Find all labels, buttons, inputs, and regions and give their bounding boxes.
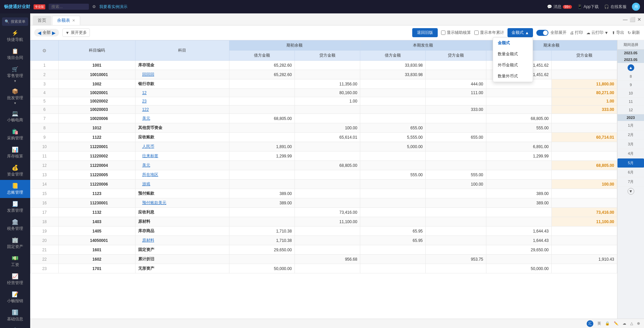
tab-balance-sheet[interactable]: 余额表 ✕: [52, 16, 80, 25]
user-avatar[interactable]: 用: [632, 3, 640, 11]
tab-close-btn[interactable]: ✕: [637, 17, 641, 22]
security-btn[interactable]: 🔒: [605, 321, 610, 326]
account-name-link[interactable]: 原材料: [142, 238, 154, 243]
tab-maximize-btn[interactable]: ⬜: [630, 17, 635, 22]
lang-btn[interactable]: 英: [597, 321, 601, 326]
account-code[interactable]: 11220006: [59, 180, 135, 189]
account-name-link[interactable]: 23: [142, 99, 147, 104]
expand-more-btn[interactable]: ▼ 展开更多: [62, 28, 90, 37]
period-month-1[interactable]: 1月: [618, 121, 644, 130]
format-option-amount[interactable]: 金额式: [493, 38, 533, 49]
account-name-link[interactable]: 人民币: [142, 144, 154, 149]
period-month-10[interactable]: 10: [618, 89, 644, 97]
account-name-cell: 应收利息: [135, 208, 229, 217]
period-up-btn[interactable]: ▲: [628, 64, 634, 71]
account-name-link[interactable]: 预付账款美元: [142, 200, 166, 205]
sidebar-item-invoice[interactable]: 🧾 发票管理: [0, 198, 30, 216]
period-month-3[interactable]: 3月: [618, 140, 644, 149]
account-name-link[interactable]: 美元: [142, 163, 150, 168]
aux-checkbox[interactable]: [441, 30, 445, 35]
account-code[interactable]: 11220002: [59, 151, 135, 161]
format-option-foreign-amount[interactable]: 外币金额式: [493, 60, 533, 71]
period-down-btn[interactable]: ▼: [628, 188, 634, 195]
period-month-12[interactable]: 12: [618, 106, 644, 114]
cloud-print-btn[interactable]: ☁ 云打印 ▼: [586, 30, 608, 36]
period-month-7[interactable]: 7月: [618, 177, 644, 187]
account-code[interactable]: 11220004: [59, 161, 135, 170]
purchase-icon: 🛍️: [12, 128, 18, 135]
close-tab-icon[interactable]: ✕: [72, 18, 75, 23]
row-number: 4: [31, 89, 59, 97]
print-btn[interactable]: 🖨 打印: [570, 30, 583, 36]
account-name-link[interactable]: 122: [142, 107, 149, 112]
account-name-link[interactable]: 往来标签: [142, 153, 158, 158]
cloud-btn[interactable]: ☁: [623, 321, 626, 326]
edit-btn[interactable]: ✏️: [614, 321, 619, 326]
account-name-link[interactable]: 所在地区: [142, 172, 158, 177]
sidebar-search-btn[interactable]: 🔍 搜索菜单: [2, 17, 28, 26]
account-code[interactable]: 10020002: [59, 97, 135, 106]
sidebar-item-retail[interactable]: 🛒 零售管理 ▼: [0, 63, 30, 85]
format-dropdown-btn[interactable]: 金额式 ▲: [507, 28, 533, 37]
status-circle[interactable]: 汇: [587, 320, 593, 327]
account-code[interactable]: 14050001: [59, 236, 135, 245]
account-code[interactable]: 11220001: [59, 142, 135, 151]
sidebar-item-quick-nav[interactable]: ⚡ 快捷导航: [0, 27, 30, 45]
sidebar-item-salary[interactable]: 💵 工资: [0, 252, 30, 270]
return-old-btn[interactable]: 退回旧版: [412, 28, 438, 37]
account-name-link[interactable]: 美元: [142, 116, 150, 121]
account-code[interactable]: 10020001: [59, 89, 135, 97]
account-name-link[interactable]: 回回回: [142, 72, 154, 77]
refresh-btn[interactable]: ↻ 刷新: [628, 30, 640, 36]
period-month-5[interactable]: 5月: [618, 158, 644, 168]
period-month-2[interactable]: 2月: [618, 130, 644, 140]
sidebar-item-basic-info[interactable]: ℹ️ 基础信息: [0, 307, 30, 325]
sidebar-item-ecommerce[interactable]: 💻 小畅电商: [0, 108, 30, 126]
sidebar-item-ledger[interactable]: 📒 总账管理: [0, 180, 30, 198]
demo-link[interactable]: 我要看实例演示: [99, 4, 127, 10]
message-btn[interactable]: 💬 消息 99+: [547, 4, 572, 10]
period-month-6[interactable]: 6月: [618, 168, 644, 177]
show-aux-check[interactable]: 显示辅助核算: [441, 30, 471, 36]
sidebar-item-project[interactable]: 📋 项目合同: [0, 45, 30, 63]
title-search-input[interactable]: [49, 4, 89, 10]
sidebar-item-system[interactable]: ⚙️ 系统管理: [0, 325, 30, 328]
sidebar-item-operations[interactable]: 📈 经营管理: [0, 270, 30, 288]
period-month-11[interactable]: 11: [618, 97, 644, 106]
format-option-qty-foreign[interactable]: 数量外币式: [493, 71, 533, 82]
nav-all-btn[interactable]: ◀ 全部 ▶: [34, 29, 59, 37]
tab-minimize-btn[interactable]: —: [623, 17, 628, 22]
sidebar-item-inventory[interactable]: 📊 库存核算: [0, 144, 30, 162]
tab-home[interactable]: 首页: [33, 16, 51, 25]
expand-all-toggle[interactable]: 全部展开: [536, 30, 567, 36]
account-code[interactable]: 10020003: [59, 106, 135, 114]
app-download-btn[interactable]: 📱 App下载: [577, 4, 599, 10]
show-year-check[interactable]: 显示本年累计: [474, 30, 504, 36]
sidebar-item-expense[interactable]: 📝 小畅报销: [0, 288, 30, 307]
account-name-link[interactable]: 12: [142, 90, 147, 95]
period-month-4[interactable]: 4月: [618, 149, 644, 158]
add-btn[interactable]: ⊕: [637, 321, 640, 326]
sidebar-item-tax[interactable]: 🏛️ 税务管理: [0, 216, 30, 234]
account-code[interactable]: 10010001: [59, 70, 135, 79]
sidebar-item-assets[interactable]: 🏢 固定资产: [0, 234, 30, 252]
th-settings[interactable]: ⚙: [31, 41, 59, 61]
wholesale-label: 批发管理: [7, 95, 23, 101]
online-service-btn[interactable]: 🎧 在线客服: [604, 4, 627, 10]
year-checkbox[interactable]: [474, 30, 479, 35]
account-code[interactable]: 11220005: [59, 170, 135, 180]
table-settings-icon[interactable]: ⚙: [42, 48, 47, 53]
account-name-link[interactable]: 游戏: [142, 182, 150, 186]
sidebar-item-wholesale[interactable]: 📦 批发管理 ▼: [0, 85, 30, 108]
account-code[interactable]: 10020006: [59, 114, 135, 123]
period-month-8[interactable]: 8: [618, 72, 644, 81]
format-option-qty-amount[interactable]: 数量金额式: [493, 49, 533, 60]
sidebar-item-purchase[interactable]: 🛍️ 采购管理: [0, 126, 30, 144]
period-month-9[interactable]: 9: [618, 81, 644, 89]
account-code[interactable]: 11230001: [59, 198, 135, 208]
alert-btn[interactable]: △: [630, 321, 633, 326]
sidebar-item-finance[interactable]: 💰 资金管理: [0, 162, 30, 180]
export-btn[interactable]: ⬆ 导出: [612, 30, 624, 36]
toggle-track[interactable]: [536, 30, 548, 36]
settings-icon[interactable]: ⚙: [92, 4, 96, 9]
